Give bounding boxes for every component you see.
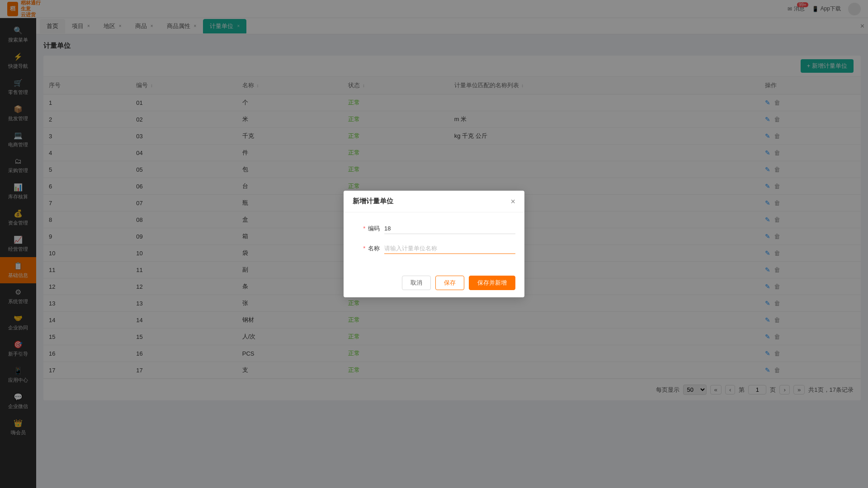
- cancel-button[interactable]: 取消: [402, 276, 431, 290]
- save-button[interactable]: 保存: [435, 276, 464, 290]
- form-row-code: * 编码: [353, 223, 515, 234]
- modal-body: * 编码 * 名称: [344, 212, 524, 270]
- modal-close-button[interactable]: ×: [510, 197, 515, 206]
- save-and-new-button[interactable]: 保存并新增: [469, 276, 515, 290]
- modal-header: 新增计量单位 ×: [344, 191, 524, 212]
- modal-overlay: 新增计量单位 × * 编码 * 名称 取消 保存 保存并新增: [0, 0, 868, 488]
- required-star-code: *: [363, 225, 365, 232]
- add-unit-modal: 新增计量单位 × * 编码 * 名称 取消 保存 保存并新增: [344, 191, 524, 297]
- name-label: * 名称: [353, 244, 380, 253]
- code-label: * 编码: [353, 225, 380, 233]
- form-row-name: * 名称: [353, 243, 515, 254]
- required-star-name: *: [363, 245, 365, 252]
- modal-footer: 取消 保存 保存并新增: [344, 270, 524, 297]
- name-input[interactable]: [384, 243, 515, 254]
- modal-title: 新增计量单位: [353, 197, 393, 206]
- code-input[interactable]: [384, 223, 515, 234]
